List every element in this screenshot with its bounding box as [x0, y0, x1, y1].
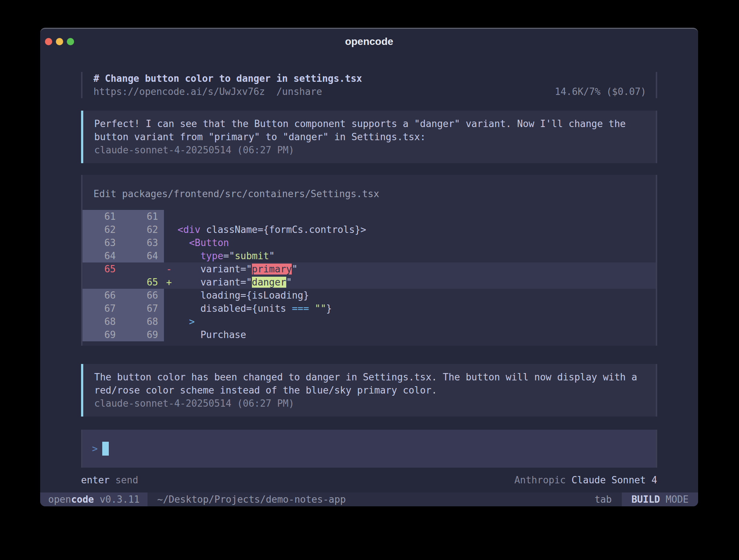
token-usage-cost: 14.6K/7% ($0.07)	[555, 85, 646, 98]
diff-line: 6767 disabled={units === ""}	[83, 302, 656, 315]
diff-line-code: <div className={formCs.controls}>	[164, 223, 656, 236]
diff-line: 6969 Purchase	[83, 328, 656, 341]
diff-line: 65- variant="primary"	[83, 262, 656, 276]
old-line-number: 64	[83, 249, 122, 262]
diff-line-code	[164, 210, 656, 223]
diff-marker	[166, 250, 172, 261]
zoom-window-button[interactable]	[67, 38, 74, 45]
session-title: # Change button color to danger in setti…	[93, 72, 646, 85]
working-directory: ~/Desktop/Projects/demo-notes-app	[157, 492, 346, 506]
diff-line-code: <Button	[164, 236, 656, 249]
prompt-chevron: >	[92, 442, 98, 455]
old-line-number: 68	[83, 315, 122, 328]
titlebar: opencode	[40, 29, 698, 54]
window-title: opencode	[345, 36, 393, 47]
new-line-number: 66	[122, 289, 164, 302]
diff-line: 6464 type="submit"	[83, 249, 656, 262]
diff-line-code: + variant="danger"	[164, 276, 656, 289]
share-url[interactable]: https://opencode.ai/s/UwJxv76z	[93, 86, 265, 97]
diff-marker: +	[166, 277, 172, 288]
diff-marker	[166, 211, 172, 222]
send-hint: enter send	[81, 473, 138, 487]
new-line-number: 67	[122, 302, 164, 315]
diff-line: 6161	[83, 210, 656, 223]
diff-marker	[166, 237, 172, 248]
text-cursor	[102, 442, 109, 456]
diff-line: 6262 <div className={formCs.controls}>	[83, 223, 656, 236]
diff-marker	[166, 224, 172, 235]
assistant-message-meta: claude-sonnet-4-20250514 (06:27 PM)	[94, 143, 647, 157]
new-line-number: 65	[122, 276, 164, 289]
new-line-number: 61	[122, 210, 164, 223]
status-bar: opencode v0.3.11 ~/Desktop/Projects/demo…	[40, 492, 698, 506]
diff-marker	[166, 303, 172, 314]
old-line-number: 61	[83, 210, 122, 223]
edit-tool-title: Edit packages/frontend/src/containers/Se…	[83, 175, 656, 210]
old-line-number: 69	[83, 328, 122, 341]
old-line-number: 65	[83, 262, 122, 276]
unshare-command[interactable]: /unshare	[276, 86, 322, 97]
assistant-message: The button color has been changed to dan…	[81, 364, 657, 417]
diff-line-code: >	[164, 315, 656, 328]
diff-line: 6666 loading={isLoading}	[83, 289, 656, 302]
close-window-button[interactable]	[45, 38, 52, 45]
diff-line: 6868 >	[83, 315, 656, 328]
assistant-message: Perfect! I can see that the Button compo…	[81, 111, 657, 163]
diff-line-code: type="submit"	[164, 249, 656, 262]
model-indicator: Anthropic Claude Sonnet 4	[514, 473, 657, 487]
new-line-number: 68	[122, 315, 164, 328]
diff-marker	[166, 329, 172, 340]
assistant-message-text: The button color has been changed to dan…	[94, 371, 647, 397]
old-line-number: 63	[83, 236, 122, 249]
old-line-number: 62	[83, 223, 122, 236]
edit-tool-block: Edit packages/frontend/src/containers/Se…	[81, 175, 657, 346]
diff-line-code: disabled={units === ""}	[164, 302, 656, 315]
minimize-window-button[interactable]	[56, 38, 63, 45]
share-url-and-unshare[interactable]: https://opencode.ai/s/UwJxv76z /unshare	[93, 85, 322, 98]
new-line-number	[122, 262, 164, 276]
new-line-number: 63	[122, 236, 164, 249]
new-line-number: 69	[122, 328, 164, 341]
diff-marker: -	[166, 264, 172, 275]
tab-key-hint: tab	[594, 492, 612, 506]
assistant-message-meta: claude-sonnet-4-20250514 (06:27 PM)	[94, 397, 647, 410]
diff-line: 65+ variant="danger"	[83, 276, 656, 289]
bottom-hints: enter send Anthropic Claude Sonnet 4	[81, 473, 657, 487]
diff-marker	[166, 316, 172, 327]
new-line-number: 62	[122, 223, 164, 236]
diff-line-code: Purchase	[164, 328, 656, 341]
diff-line-code: - variant="primary"	[164, 262, 656, 276]
prompt-input[interactable]: >	[81, 430, 657, 468]
old-line-number: 67	[83, 302, 122, 315]
app-version-segment: opencode v0.3.11	[40, 492, 148, 506]
diff-line: 6363 <Button	[83, 236, 656, 249]
diff-line-code: loading={isLoading}	[164, 289, 656, 302]
session-header: # Change button color to danger in setti…	[81, 72, 657, 98]
assistant-message-text: Perfect! I can see that the Button compo…	[94, 117, 647, 143]
old-line-number: 66	[83, 289, 122, 302]
old-line-number	[83, 276, 122, 289]
build-mode-segment[interactable]: BUILD MODE	[622, 492, 698, 506]
opencode-window: opencode # Change button color to danger…	[40, 28, 698, 506]
new-line-number: 64	[122, 249, 164, 262]
diff-marker	[166, 290, 172, 301]
traffic-lights	[45, 29, 74, 54]
diff-view: 6161 6262 <div className={formCs.control…	[83, 210, 656, 341]
